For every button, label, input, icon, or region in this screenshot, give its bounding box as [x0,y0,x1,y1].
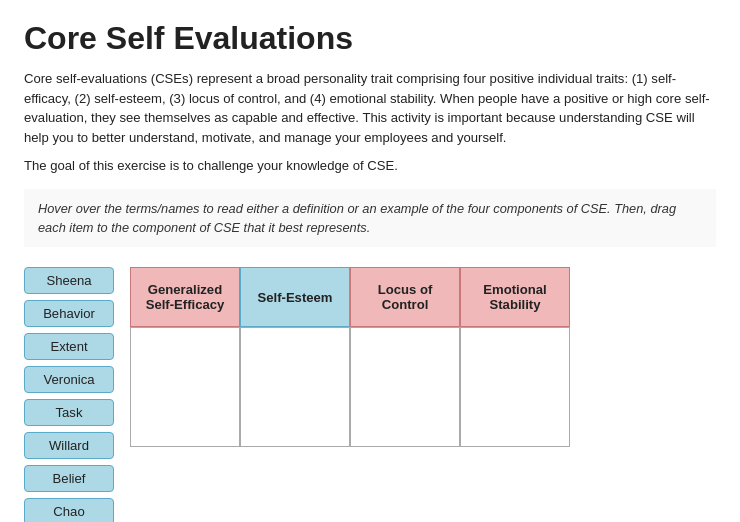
goal-text: The goal of this exercise is to challeng… [24,158,716,173]
activity-area: SheenaBehaviorExtentVeronicaTaskWillardB… [24,267,716,522]
term-item-behavior[interactable]: Behavior [24,300,114,327]
term-item-extent[interactable]: Extent [24,333,114,360]
drop-box-emotional-stability[interactable] [460,327,570,447]
description-text: Core self-evaluations (CSEs) represent a… [24,69,716,148]
term-item-chao[interactable]: Chao [24,498,114,522]
drop-zone-area: Generalized Self-EfficacySelf-EsteemLocu… [130,267,570,447]
column-header-generalized-self-efficacy: Generalized Self-Efficacy [130,267,240,327]
drop-box-generalized-self-efficacy[interactable] [130,327,240,447]
term-item-belief[interactable]: Belief [24,465,114,492]
column-header-emotional-stability: Emotional Stability [460,267,570,327]
drop-box-self-esteem[interactable] [240,327,350,447]
term-item-task[interactable]: Task [24,399,114,426]
term-item-veronica[interactable]: Veronica [24,366,114,393]
page-title: Core Self Evaluations [24,20,716,57]
instruction-text: Hover over the terms/names to read eithe… [24,189,716,247]
term-item-willard[interactable]: Willard [24,432,114,459]
terms-list: SheenaBehaviorExtentVeronicaTaskWillardB… [24,267,114,522]
term-item-sheena[interactable]: Sheena [24,267,114,294]
column-header-self-esteem: Self-Esteem [240,267,350,327]
drop-boxes-row [130,327,570,447]
drop-box-locus-of-control[interactable] [350,327,460,447]
column-header-locus-of-control: Locus of Control [350,267,460,327]
columns-header-row: Generalized Self-EfficacySelf-EsteemLocu… [130,267,570,327]
